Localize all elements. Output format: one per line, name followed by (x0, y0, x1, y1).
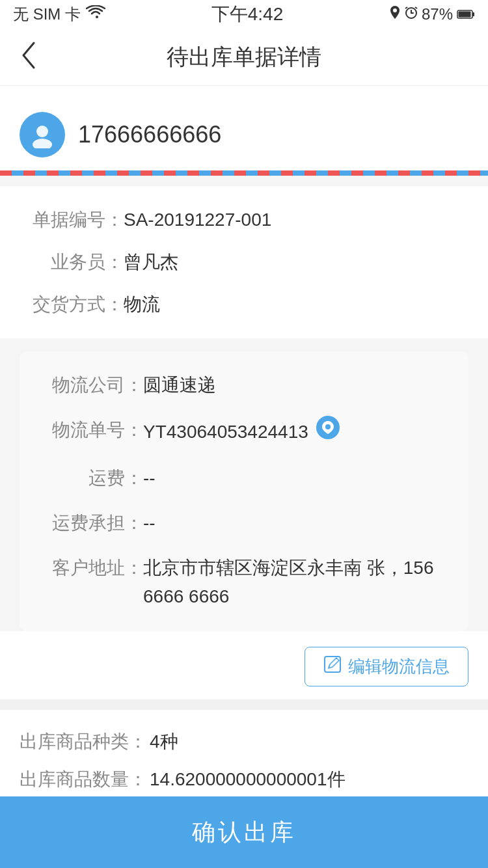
document-number-label: 单据编号： (20, 206, 124, 235)
goods-quantity-label: 出库商品数量： (20, 767, 150, 792)
customer-section: 17666666666 (0, 86, 488, 170)
nav-bar: 待出库单据详情 (0, 29, 488, 86)
dashed-divider (0, 170, 488, 176)
logistics-company-label: 物流公司： (39, 371, 143, 400)
svg-line-5 (415, 7, 417, 8)
content-area: 17666666666 单据编号： SA-20191227-001 业务员： 曾… (0, 86, 488, 868)
sales-person-row: 业务员： 曾凡杰 (20, 248, 468, 277)
location-pin-icon[interactable] (316, 416, 340, 448)
freight-label: 运费： (39, 464, 143, 493)
status-left: 无 SIM 卡 (13, 4, 105, 25)
address-value: 北京市市辖区海淀区永丰南 张，156 6666 6666 (143, 554, 449, 612)
svg-point-12 (325, 424, 331, 429)
sales-person-label: 业务员： (20, 248, 124, 277)
document-number-value: SA-20191227-001 (124, 206, 468, 235)
battery-icon (457, 5, 475, 23)
status-time: 下午4:42 (211, 2, 284, 27)
svg-rect-7 (472, 12, 474, 16)
goods-types-value: 4种 (150, 729, 178, 754)
goods-types-label: 出库商品种类： (20, 729, 150, 754)
location-icon (389, 5, 401, 23)
sim-label: 无 SIM 卡 (13, 4, 81, 25)
edit-btn-label: 编辑物流信息 (348, 655, 450, 678)
sales-person-value: 曾凡杰 (124, 248, 468, 277)
logistics-company-value: 圆通速递 (143, 371, 449, 400)
freight-row: 运费： -- (39, 464, 449, 493)
delivery-method-label: 交货方式： (20, 290, 124, 319)
confirm-button[interactable]: 确认出库 (0, 796, 488, 868)
back-button[interactable] (20, 40, 38, 74)
freight-bearer-row: 运费承担： -- (39, 509, 449, 538)
gray-separator (0, 699, 488, 710)
freight-bearer-label: 运费承担： (39, 509, 143, 538)
avatar (20, 112, 65, 157)
edit-btn-row: 编辑物流信息 (0, 631, 488, 699)
svg-line-4 (405, 7, 407, 8)
customer-phone: 17666666666 (78, 121, 221, 148)
logistics-card: 物流公司： 圆通速递 物流单号： YT43064053424413 运费： -- (20, 351, 468, 631)
wifi-icon (86, 5, 105, 23)
edit-icon (323, 655, 342, 678)
page-title: 待出库单据详情 (167, 42, 321, 72)
battery-text: 87% (422, 5, 453, 23)
delivery-method-value: 物流 (124, 290, 468, 319)
address-label: 客户地址： (39, 554, 143, 583)
freight-bearer-value: -- (143, 509, 449, 538)
status-right: 87% (389, 5, 475, 23)
address-row: 客户地址： 北京市市辖区海淀区永丰南 张，156 6666 6666 (39, 554, 449, 612)
status-bar: 无 SIM 卡 下午4:42 87 (0, 0, 488, 29)
document-number-row: 单据编号： SA-20191227-001 (20, 206, 468, 235)
tracking-row: 物流单号： YT43064053424413 (39, 416, 449, 448)
freight-value: -- (143, 464, 449, 493)
goods-quantity-row: 出库商品数量： 14.620000000000001件 (20, 767, 468, 792)
delivery-method-row: 交货方式： 物流 (20, 290, 468, 319)
tracking-value: YT43064053424413 (143, 416, 449, 448)
goods-quantity-value: 14.620000000000001件 (150, 767, 346, 792)
svg-point-9 (36, 126, 48, 137)
alarm-icon (405, 5, 418, 23)
svg-rect-8 (459, 12, 471, 18)
tracking-label: 物流单号： (39, 416, 143, 445)
goods-types-row: 出库商品种类： 4种 (20, 729, 468, 754)
tracking-number-text: YT43064053424413 (143, 418, 308, 447)
confirm-btn-text: 确认出库 (192, 817, 296, 848)
logistics-company-row: 物流公司： 圆通速递 (39, 371, 449, 400)
svg-point-10 (33, 139, 52, 148)
base-info-section: 单据编号： SA-20191227-001 业务员： 曾凡杰 交货方式： 物流 (0, 186, 488, 338)
customer-row: 17666666666 (20, 99, 468, 170)
svg-point-0 (393, 8, 397, 12)
edit-logistics-button[interactable]: 编辑物流信息 (305, 647, 468, 686)
